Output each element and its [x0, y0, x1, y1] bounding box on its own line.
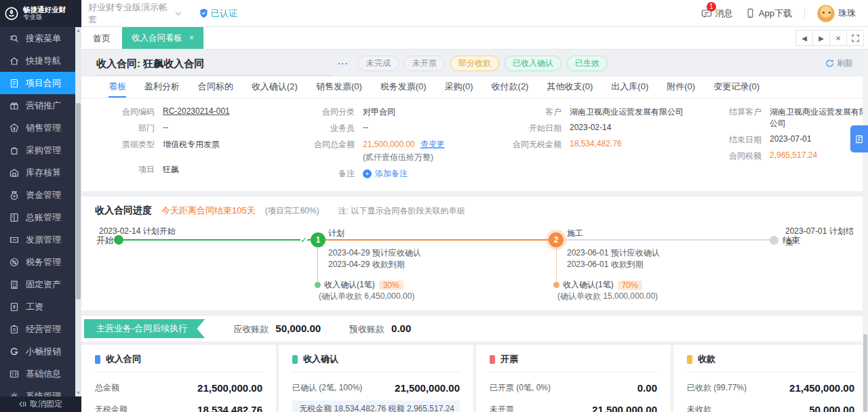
salary-doc-icon [9, 302, 20, 312]
tab-close-icon[interactable]: × [189, 33, 194, 43]
milestone-1-detail: (确认单收款 6,450,000.00) [319, 291, 414, 302]
messages-label: 消息 [715, 7, 733, 20]
tab-revenue-confirmation[interactable]: 收入确认(2) [252, 77, 298, 98]
tab-prev-button[interactable]: ◀ [795, 30, 813, 46]
sidebar: 搜索菜单 快捷导航 项目合同 营销推广 销售管理 采购管理 库存核算 资金管理 … [0, 27, 81, 412]
certified-badge: 已认证 [199, 7, 237, 20]
sidebar-item-search-menu[interactable]: 搜索菜单 [0, 27, 81, 49]
main-scrollbar[interactable] [863, 49, 868, 412]
contract-detail-card: 看板 盈利分析 合同标的 收入确认(2) 销售发票(0) 税务发票(0) 采购(… [81, 77, 868, 191]
tab-close-all-button[interactable]: × [829, 30, 847, 46]
home-icon [9, 56, 20, 66]
app-logo-icon [4, 6, 19, 21]
field-department: 部门-- [98, 123, 298, 134]
clipboard-icon [9, 324, 20, 335]
tab-next-button[interactable]: ▶ [812, 30, 830, 46]
app-logo[interactable]: 畅捷通好业财 专业版 [0, 0, 81, 27]
sidebar-item-fixed-assets[interactable]: 固定资产 [0, 273, 81, 295]
money-pouch-icon [9, 190, 20, 201]
scroll-down-arrow[interactable]: ▼ [75, 390, 81, 396]
sidebar-item-general-ledger[interactable]: 总账管理 [0, 206, 81, 228]
user-avatar [817, 5, 835, 22]
tab-profit-analysis[interactable]: 盈利分析 [144, 77, 180, 98]
timeline-node-2[interactable]: 2 [549, 232, 564, 247]
shield-icon [199, 8, 208, 18]
field-category: 合同分类对甲合同 [298, 106, 505, 118]
timeline-node-1[interactable]: 1 [311, 232, 326, 247]
tab-stock-in-out[interactable]: 出入库(0) [611, 77, 648, 98]
main-scrollbar-thumb[interactable] [863, 334, 867, 412]
refresh-button[interactable]: 刷新 [825, 58, 853, 69]
sidebar-item-purchase-mgmt[interactable]: 采购管理 [0, 139, 81, 161]
milestone-1-confirmation: 收入确认(1笔) 30% [324, 279, 403, 291]
add-remark-button[interactable]: +添加备注 [363, 168, 408, 180]
milestone-1-dates: 2023-04-29 预计应收确认 2023-04-29 收款到期 [328, 247, 421, 270]
view-changes-link[interactable]: 查变更 [420, 140, 445, 149]
document-tabstrip: 首页 收入合同看板 × ◀ ▶ × [81, 27, 868, 49]
sidebar-scrollbar[interactable]: ▲ ▼ [75, 27, 81, 396]
sidebar-unpin-button[interactable]: 取消固定 [0, 396, 81, 412]
timeline-end-label: 结束 [783, 234, 800, 247]
card-revenue-confirmation: 收入确认 已确认 (2笔, 100%)21,500,000.00 无税金额 18… [279, 345, 473, 412]
app-download-button[interactable]: App下载 [745, 7, 792, 20]
tab-home[interactable]: 首页 [81, 27, 122, 49]
tab-attachments[interactable]: 附件(0) [667, 77, 695, 98]
account-selector-value: 好业财专业版演示帐套 [88, 1, 175, 26]
user-menu[interactable]: 珠珠 [817, 5, 856, 22]
milestone-2-percent-badge: 70% [618, 281, 642, 290]
page-header: 收入合同: 狂飙收入合同 ··· 未完成 未开票 部分收款 已收入确认 已生效 … [81, 49, 868, 77]
sidebar-item-tax-mgmt[interactable]: 税务管理 [0, 251, 81, 273]
row-received: 已收款 (99.77%)21,450,000.00 [687, 382, 854, 394]
tab-purchase[interactable]: 采购(0) [445, 77, 473, 98]
sidebar-item-xiaochang-expense[interactable]: 小畅报销 [0, 340, 81, 363]
business-ribbon: 主营业务-合同后续执行 [84, 319, 205, 338]
tab-dashboard[interactable]: 看板 [108, 77, 126, 98]
contract-code-link[interactable]: RC-20230214-001 [163, 106, 230, 116]
sidebar-item-business-mgmt[interactable]: 经营管理 [0, 318, 81, 340]
chevron-down-icon [175, 12, 182, 16]
sidebar-item-invoice-mgmt[interactable]: 发票管理 [0, 228, 81, 251]
tab-fullscreen-button[interactable] [846, 30, 864, 46]
gift-icon [9, 100, 20, 111]
milestone-2-confirmation: 收入确认(1笔) 70% [563, 279, 642, 291]
side-note-button[interactable] [850, 125, 868, 152]
progress-countdown: 今天距离合同结束105天 [161, 205, 256, 217]
topbar-divider [804, 8, 805, 19]
more-actions-button[interactable]: ··· [338, 58, 349, 68]
sidebar-item-marketing[interactable]: 营销推广 [0, 94, 81, 117]
sidebar-item-funds-mgmt[interactable]: 资金管理 [0, 184, 81, 206]
sidebar-item-project-contract[interactable]: 项目合同 [0, 72, 81, 94]
milestone-2-detail: (确认单收款 15,000,000.00) [557, 291, 658, 302]
amount-in-words: (贰仟壹佰伍拾万整) [363, 152, 445, 163]
collapse-icon [19, 401, 26, 407]
field-project: 项目狂飙 [98, 164, 298, 176]
row-confirmed: 已确认 (2笔, 100%)21,500,000.00 [292, 382, 460, 394]
app-edition: 专业版 [23, 14, 66, 21]
tab-tax-invoice[interactable]: 税务发票(0) [380, 77, 427, 98]
field-customer: 客户湖南卫视商业运营发展有限公司 [505, 106, 705, 118]
sidebar-item-quick-nav[interactable]: 快捷导航 [0, 49, 81, 72]
messages-button[interactable]: 1 消息 [701, 7, 733, 20]
progress-note: 注: 以下显示合同各阶段关联的单据 [338, 205, 465, 217]
row-uninvoiced: 未开票21,500,000.00 [490, 404, 657, 412]
tab-contract-subject[interactable]: 合同标的 [198, 77, 233, 98]
tab-sales-invoice[interactable]: 销售发票(0) [316, 77, 362, 98]
sidebar-item-sales-mgmt[interactable]: 销售管理 [0, 117, 81, 139]
tab-change-log[interactable]: 变更记录(0) [713, 77, 760, 98]
summary-banner: 主营业务-合同后续执行 应收账款 50,000.00 预收账款 0.00 [81, 316, 868, 342]
sidebar-item-salary[interactable]: 工资 [0, 295, 81, 318]
tab-revenue-contract-dashboard[interactable]: 收入合同看板 × [122, 27, 203, 49]
progress-title: 收入合同进度 [95, 205, 152, 217]
field-settle-customer: 结算客户湖南卫视商业运营发展有限公司 [705, 106, 868, 129]
tab-payments[interactable]: 收付款(2) [492, 77, 529, 98]
status-badge-partial-payment: 部分收款 [450, 56, 499, 71]
field-tax-amount: 合同税额2,965,517.24 [705, 150, 868, 171]
confirmed-breakdown: 无税金额 18,534,482.76 税额 2,965,517.24 [292, 400, 460, 412]
scroll-up-arrow[interactable]: ▲ [75, 27, 81, 34]
tab-other-income-expense[interactable]: 其他收支(0) [547, 77, 593, 98]
sidebar-item-basic-info[interactable]: 基础信息 [0, 363, 81, 385]
sidebar-scrollbar-thumb[interactable] [76, 103, 81, 300]
main-content: 首页 收入合同看板 × ◀ ▶ × 收入合同: 狂飙收入合同 ··· 未完成 未… [81, 27, 868, 412]
sidebar-item-inventory[interactable]: 库存核算 [0, 161, 81, 184]
account-selector[interactable]: 好业财专业版演示帐套 [88, 1, 182, 26]
